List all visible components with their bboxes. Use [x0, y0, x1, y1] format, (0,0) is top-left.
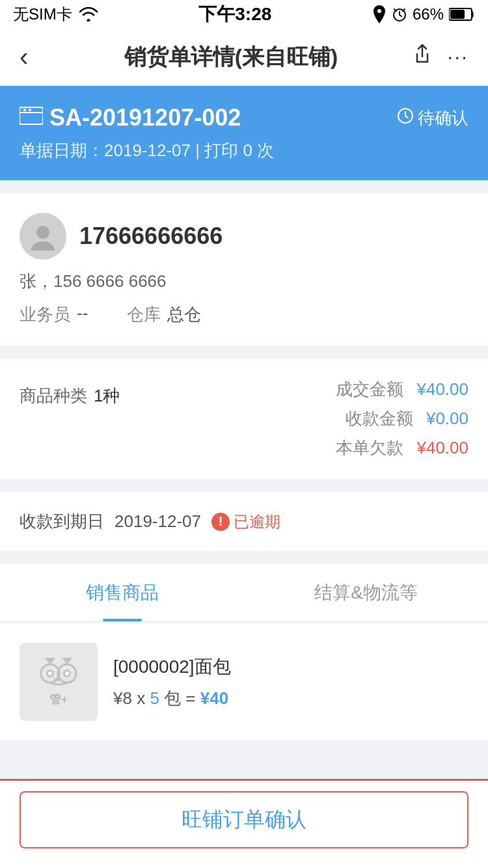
- svg-point-4: [23, 109, 26, 111]
- tab-sales-products[interactable]: 销售商品: [0, 564, 244, 621]
- due-date-card: 收款到期日 2019-12-07 ! 已逾期: [0, 492, 488, 551]
- tab-settlement[interactable]: 结算&物流等: [244, 564, 488, 621]
- product-code: [0000002]: [113, 657, 195, 677]
- unit-price: ¥8: [113, 688, 132, 708]
- due-date-value: 2019-12-07: [115, 511, 201, 532]
- nav-right-actions: ···: [403, 42, 468, 72]
- carrier-text: 无SIM卡: [13, 4, 72, 25]
- thumbnail-inner: 管+: [36, 657, 81, 707]
- sales-meta: 业务员 --: [20, 303, 88, 326]
- warehouse-meta: 仓库 总仓: [127, 303, 201, 326]
- product-name: [0000002]面包: [113, 655, 468, 679]
- status-clock-icon: [397, 107, 414, 129]
- sales-label: 业务员: [20, 303, 70, 326]
- tab-sales-label: 销售商品: [86, 580, 159, 605]
- deal-amount-row: 成交金额 ¥40.00: [336, 378, 468, 401]
- nav-title: 销货单详情(来自旺铺): [59, 42, 403, 72]
- customer-top: 17666666666: [20, 213, 468, 260]
- product-kinds: 商品种类 1种: [20, 385, 336, 407]
- product-title: 面包: [195, 657, 231, 677]
- order-header: SA-20191207-002 待确认 单据日期：2019-12-07 | 打印…: [0, 86, 488, 180]
- order-id-icon: [20, 104, 43, 131]
- svg-point-8: [31, 241, 55, 251]
- status-bar-time: 下午3:28: [198, 2, 271, 27]
- quantity: 5: [150, 688, 159, 708]
- customer-card: 17666666666 张，156 6666 6666 业务员 -- 仓库 总仓: [0, 193, 488, 346]
- overdue-icon: !: [211, 513, 230, 531]
- warehouse-value: 总仓: [167, 303, 201, 326]
- tab-settlement-label: 结算&物流等: [314, 580, 418, 605]
- svg-point-13: [48, 671, 52, 675]
- battery-text: 66%: [413, 5, 444, 23]
- equals-symbol: =: [185, 688, 200, 708]
- overdue-badge: ! 已逾期: [211, 511, 280, 532]
- status-bar: 无SIM卡 下午3:28 66%: [0, 0, 488, 29]
- total-price: ¥40: [200, 688, 228, 708]
- received-value: ¥0.00: [426, 409, 468, 429]
- wifi-icon: [79, 7, 98, 21]
- due-date-label: 收款到期日: [20, 510, 104, 533]
- deal-amount-label: 成交金额: [336, 378, 403, 401]
- product-item: 管+ [0000002]面包 ¥8 x 5 包 = ¥40: [0, 623, 488, 740]
- received-row: 收款金额 ¥0.00: [346, 407, 468, 430]
- svg-point-14: [65, 671, 69, 675]
- received-label: 收款金额: [346, 407, 413, 430]
- product-price-line: ¥8 x 5 包 = ¥40: [113, 687, 468, 710]
- order-date-line: 单据日期：2019-12-07 | 打印 0 次: [20, 139, 468, 162]
- multiply-symbol: x: [137, 688, 150, 708]
- tab-underline: [103, 619, 142, 621]
- status-text: 待确认: [418, 107, 468, 129]
- balance-label: 本单欠款: [336, 437, 403, 459]
- stats-card: 商品种类 1种 成交金额 ¥40.00 收款金额 ¥0.00 本单欠款 ¥40.…: [0, 359, 488, 479]
- svg-rect-3: [20, 107, 43, 124]
- warehouse-label: 仓库: [127, 303, 161, 326]
- product-kinds-value: 1种: [94, 385, 120, 407]
- owl-icon: [36, 657, 81, 689]
- tab-bar: 销售商品 结算&物流等: [0, 564, 488, 622]
- sales-value: --: [77, 303, 88, 326]
- customer-phone: 17666666666: [79, 223, 223, 250]
- stats-left: 商品种类 1种: [20, 378, 336, 407]
- product-kinds-label: 商品种类: [20, 385, 87, 407]
- battery-icon: [449, 7, 475, 21]
- svg-point-7: [36, 226, 49, 239]
- svg-rect-2: [450, 10, 465, 19]
- overdue-text: 已逾期: [234, 511, 280, 532]
- location-icon: [372, 5, 386, 23]
- order-id: SA-20191207-002: [20, 104, 241, 131]
- svg-point-5: [29, 109, 31, 111]
- customer-avatar: [20, 213, 66, 260]
- order-id-text: SA-20191207-002: [49, 104, 241, 131]
- brand-label: 管+: [49, 692, 68, 707]
- nav-bar: ‹ 销货单详情(来自旺铺) ···: [0, 29, 488, 86]
- deal-amount-value: ¥40.00: [416, 379, 468, 400]
- balance-row: 本单欠款 ¥40.00: [336, 437, 468, 459]
- product-list: 管+ [0000002]面包 ¥8 x 5 包 = ¥40: [0, 623, 488, 740]
- balance-value: ¥40.00: [416, 438, 468, 458]
- product-thumbnail: 管+: [20, 643, 98, 721]
- customer-meta: 业务员 -- 仓库 总仓: [20, 303, 468, 326]
- more-button[interactable]: ···: [447, 45, 468, 69]
- confirm-order-button[interactable]: 旺铺订单确认: [20, 791, 468, 848]
- customer-name: 张，156 6666 6666: [20, 270, 468, 293]
- back-button[interactable]: ‹: [20, 42, 59, 72]
- status-bar-right: 66%: [372, 5, 475, 23]
- order-status: 待确认: [397, 107, 468, 129]
- product-info: [0000002]面包 ¥8 x 5 包 = ¥40: [113, 655, 468, 710]
- alarm-icon: [392, 7, 407, 22]
- status-bar-left: 无SIM卡: [13, 4, 98, 25]
- stats-right: 成交金额 ¥40.00 收款金额 ¥0.00 本单欠款 ¥40.00: [336, 378, 468, 459]
- unit: 包: [164, 688, 181, 708]
- bottom-button-area: 旺铺订单确认: [0, 779, 488, 868]
- share-button[interactable]: [411, 42, 434, 72]
